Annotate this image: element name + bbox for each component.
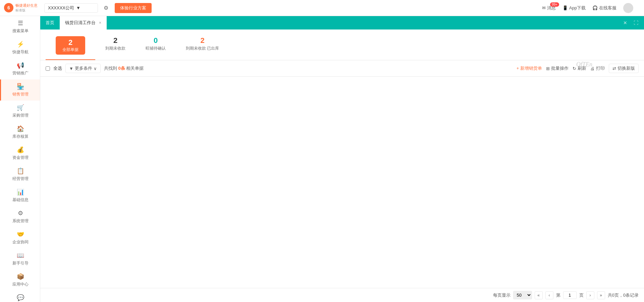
toolbar-right: + 新增销货单 ⊞ 批量操作 ↻ 刷新 🖨 打印 ⇄ bbox=[517, 64, 639, 73]
logo-text-area: 畅捷通好生意 标准版 bbox=[15, 3, 38, 12]
window-close-icon[interactable]: ✕ bbox=[621, 19, 629, 27]
sidebar-item-basic-info[interactable]: 📊 基础信息 bbox=[0, 185, 40, 206]
window-maximize-icon[interactable]: ⛶ bbox=[632, 19, 640, 27]
stat-tab-shipped[interactable]: 2 到期未收款 已出库 bbox=[176, 34, 229, 60]
sidebar-label-app-center: 应用中心 bbox=[12, 282, 29, 287]
stat-label-all: 全部单据 bbox=[62, 47, 78, 53]
table-area bbox=[40, 77, 644, 288]
first-page-button[interactable]: « bbox=[535, 291, 543, 299]
stat-label-shipped: 到期未收款 已出库 bbox=[186, 46, 219, 51]
logo-area: 6 畅捷通好生意 标准版 bbox=[4, 3, 44, 12]
sidebar: ☰ 搜索菜单 ⚡ 快捷导航 📢 营销推广 🏪 销售管理 🛒 采购管理 🏠 库存核… bbox=[0, 16, 40, 302]
company-name: XXXXXX公司 bbox=[48, 5, 74, 11]
stat-tab-all[interactable]: 2 全部单据 bbox=[46, 34, 95, 60]
search-menu-icon: ☰ bbox=[18, 19, 23, 27]
chevron-down-icon: ▼ bbox=[76, 5, 80, 10]
logo-badge: 标准版 bbox=[15, 8, 38, 13]
app-download-icon: 📱 bbox=[562, 5, 568, 10]
finance-icon: 💰 bbox=[17, 146, 24, 154]
select-all-label: 全选 bbox=[53, 65, 62, 71]
stat-label-wangpu: 旺辅待确认 bbox=[146, 46, 166, 51]
page-prefix: 第 bbox=[556, 292, 560, 298]
app-download-btn[interactable]: 📱 App下载 bbox=[562, 5, 586, 11]
sidebar-label-quick-nav: 快捷导航 bbox=[12, 49, 29, 55]
inventory-icon: 🏠 bbox=[17, 125, 24, 132]
app-center-icon: 📦 bbox=[17, 273, 24, 280]
per-page-label: 每页显示 bbox=[493, 292, 511, 298]
sidebar-item-sales[interactable]: 🏪 销售管理 bbox=[0, 79, 40, 101]
sidebar-item-marketing[interactable]: 📢 营销推广 bbox=[0, 58, 40, 79]
collaboration-icon: 🤝 bbox=[17, 231, 24, 238]
headset-icon: 🎧 bbox=[592, 5, 598, 10]
print-button[interactable]: 🖨 打印 bbox=[590, 65, 605, 71]
message-badge: 99+ bbox=[550, 2, 559, 7]
refresh-button[interactable]: ↻ 刷新 bbox=[573, 65, 586, 71]
message-icon: ✉ bbox=[542, 5, 546, 10]
tab-home[interactable]: 首页 bbox=[40, 16, 60, 29]
operations-icon: 📋 bbox=[17, 167, 24, 175]
sidebar-item-guide[interactable]: 📖 新手引导 bbox=[0, 248, 40, 269]
filter-icon: ▼ bbox=[69, 66, 73, 71]
batch-operation-button[interactable]: ⊞ 批量操作 bbox=[546, 65, 569, 71]
sidebar-item-finance[interactable]: 💰 资金管理 bbox=[0, 143, 40, 164]
sidebar-label-system: 系统管理 bbox=[12, 218, 29, 224]
last-page-button[interactable]: » bbox=[597, 291, 605, 299]
settings-icon[interactable]: ⚙ bbox=[101, 3, 111, 13]
next-page-button[interactable]: › bbox=[586, 291, 594, 299]
sidebar-label-search: 搜索菜单 bbox=[12, 28, 29, 34]
stat-label-overdue: 到期未收款 bbox=[105, 46, 125, 51]
app-body: ☰ 搜索菜单 ⚡ 快捷导航 📢 营销推广 🏪 销售管理 🛒 采购管理 🏠 库存核… bbox=[0, 16, 644, 302]
sidebar-label-basic-info: 基础信息 bbox=[12, 197, 29, 203]
total-records: 共0页，0条记录 bbox=[608, 292, 639, 298]
filter-label: 更多条件 bbox=[75, 65, 92, 71]
sidebar-label-finance: 资金管理 bbox=[12, 155, 29, 161]
tab-close-icon[interactable]: × bbox=[99, 20, 101, 25]
stat-tab-wangpu[interactable]: 0 旺辅待确认 bbox=[136, 34, 176, 60]
select-all-checkbox[interactable] bbox=[46, 66, 50, 71]
marketing-icon: 📢 bbox=[17, 62, 24, 69]
company-selector[interactable]: XXXXXX公司 ▼ bbox=[44, 3, 98, 13]
sidebar-item-operations[interactable]: 📋 经营管理 bbox=[0, 164, 40, 185]
avatar[interactable] bbox=[623, 3, 633, 13]
page-unit: 页 bbox=[579, 292, 584, 298]
top-header: 6 畅捷通好生意 标准版 XXXXXX公司 ▼ ⚙ 体验行业方案 ✉ 消息 99… bbox=[0, 0, 644, 16]
filter-button[interactable]: ▼ 更多条件 ∨ bbox=[65, 64, 101, 73]
guide-icon: 📖 bbox=[17, 252, 24, 259]
content-area: 2 全部单据 2 到期未收款 0 旺辅待确认 2 到期未收款 已出库 bbox=[40, 29, 644, 302]
header-right: ✉ 消息 99+ 📱 App下载 🎧 在线客服 bbox=[542, 3, 640, 13]
basic-info-icon: 📊 bbox=[17, 188, 24, 196]
add-sale-order-button[interactable]: + 新增销货单 bbox=[517, 65, 542, 71]
filter-chevron-icon: ∨ bbox=[94, 66, 97, 71]
purchase-icon: 🛒 bbox=[17, 104, 24, 111]
page-size-select[interactable]: 50 20 100 bbox=[513, 291, 532, 299]
sidebar-item-system[interactable]: ⚙ 系统管理 bbox=[0, 206, 40, 227]
sidebar-item-search[interactable]: ☰ 搜索菜单 bbox=[0, 16, 40, 37]
sidebar-item-app-center[interactable]: 📦 应用中心 bbox=[0, 269, 40, 291]
stat-number-all: 2 bbox=[68, 38, 72, 47]
page-input[interactable] bbox=[563, 291, 577, 299]
quick-nav-icon: ⚡ bbox=[17, 41, 24, 48]
trial-button[interactable]: 体验行业方案 bbox=[115, 3, 152, 13]
tab-current[interactable]: 钱货日清工作台 × bbox=[60, 16, 107, 29]
prev-page-button[interactable]: ‹ bbox=[545, 291, 553, 299]
message-btn[interactable]: ✉ 消息 99+ bbox=[542, 5, 556, 11]
sales-icon: 🏪 bbox=[17, 83, 24, 90]
sidebar-item-purchase[interactable]: 🛒 采购管理 bbox=[0, 101, 40, 122]
batch-icon: ⊞ bbox=[546, 66, 550, 71]
system-icon: ⚙ bbox=[18, 209, 23, 217]
sidebar-item-enterprise-wechat[interactable]: 💬 企业微信 bbox=[0, 291, 40, 302]
tab-current-label: 钱货日清工作台 bbox=[65, 20, 96, 26]
found-text: 共找到 0条 相关单据 bbox=[104, 65, 144, 71]
pagination-bar: 每页显示 50 20 100 « ‹ 第 页 › » 共0页，0条记录 bbox=[40, 288, 644, 302]
sidebar-item-collaboration[interactable]: 🤝 企业协同 bbox=[0, 227, 40, 248]
sidebar-item-inventory[interactable]: 🏠 库存核算 bbox=[0, 122, 40, 143]
main-content: 首页 钱货日清工作台 × ✕ ⛶ 2 全部单据 bbox=[40, 16, 644, 302]
stat-tab-overdue[interactable]: 2 到期未收款 bbox=[95, 34, 136, 60]
sidebar-label-collaboration: 企业协同 bbox=[12, 239, 29, 245]
switch-version-button[interactable]: ⇄ 切换新版 bbox=[609, 64, 639, 73]
print-icon: 🖨 bbox=[590, 66, 595, 71]
stat-number-wangpu: 0 bbox=[154, 36, 158, 45]
sidebar-item-quick-nav[interactable]: ⚡ 快捷导航 bbox=[0, 37, 40, 58]
found-count: 0条 bbox=[118, 66, 125, 71]
online-service-btn[interactable]: 🎧 在线客服 bbox=[592, 5, 616, 11]
